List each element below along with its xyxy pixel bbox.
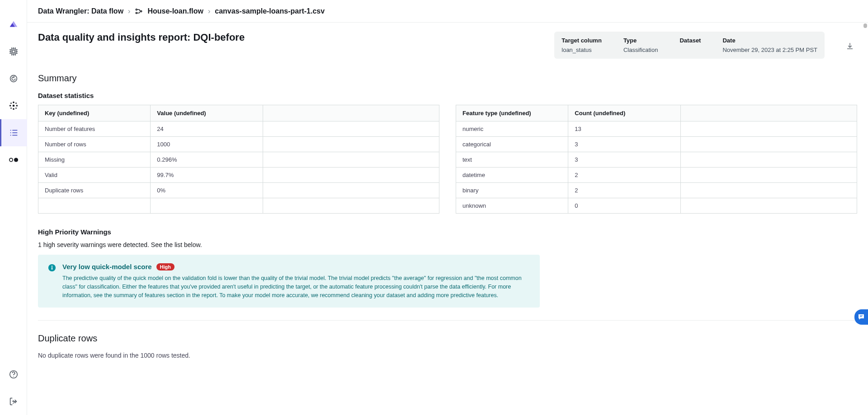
stats-col-key: Key (undefined) [38, 105, 151, 121]
nav-refresh-icon[interactable] [0, 65, 27, 92]
table-row: numeric13 [456, 121, 857, 137]
table-row [38, 198, 439, 214]
svg-point-19 [16, 105, 18, 107]
meta-type-value: Classification [623, 47, 658, 53]
info-icon [48, 264, 56, 272]
section-divider [38, 320, 857, 321]
flow-icon [135, 7, 143, 15]
svg-point-39 [52, 266, 53, 267]
svg-point-27 [10, 130, 11, 131]
meta-date-label: Date [722, 37, 817, 44]
table-row: Duplicate rows0% [38, 183, 439, 198]
svg-point-21 [15, 103, 17, 104]
duplicate-heading: Duplicate rows [38, 333, 857, 344]
svg-point-18 [9, 105, 11, 107]
nav-toggle-icon[interactable] [0, 146, 27, 173]
meta-type-label: Type [623, 37, 658, 44]
nav-expand-icon[interactable] [0, 399, 27, 405]
svg-point-17 [13, 108, 14, 110]
page-title: Data quality and insights report: DQI-be… [38, 32, 543, 43]
svg-point-37 [141, 10, 142, 12]
svg-point-20 [10, 103, 12, 104]
table-row: Number of rows1000 [38, 137, 439, 152]
svg-point-14 [10, 75, 17, 82]
breadcrumb-file[interactable]: canvas-sample-loans-part-1.csv [215, 7, 325, 15]
table-row: datetime2 [456, 168, 857, 183]
table-row: text3 [456, 152, 857, 168]
table-row: Valid99.7% [38, 168, 439, 183]
warnings-text: 1 high severity warnings were detected. … [38, 241, 857, 248]
alert-description: The predictive quality of the quick mode… [62, 274, 530, 299]
alert-title: Very low quick-model score [62, 263, 152, 270]
nav-logo[interactable] [0, 11, 27, 38]
table-row: binary2 [456, 183, 857, 198]
download-button[interactable] [843, 39, 857, 53]
chat-button[interactable] [854, 309, 868, 325]
warning-alert: Very low quick-model score High The pred… [38, 255, 540, 308]
nav-list-icon[interactable] [0, 119, 27, 146]
report-metadata: Target column loan_status Type Classific… [554, 32, 825, 59]
sidebar-nav [0, 0, 27, 415]
meta-target-label: Target column [561, 37, 602, 44]
svg-point-36 [136, 12, 137, 14]
breadcrumb-root[interactable]: Data Wrangler: Data flow [38, 7, 123, 15]
svg-rect-40 [52, 267, 52, 270]
svg-point-31 [14, 158, 18, 162]
svg-point-35 [136, 9, 137, 10]
svg-point-28 [10, 132, 11, 133]
breadcrumb-separator: › [208, 7, 210, 15]
meta-date-value: November 29, 2023 at 2:25 PM PST [722, 47, 817, 53]
warnings-heading: High Priority Warnings [38, 228, 857, 236]
nav-help-icon[interactable] [0, 361, 27, 388]
svg-point-30 [9, 158, 12, 161]
svg-rect-0 [11, 49, 16, 54]
table-row: Missing0.296% [38, 152, 439, 168]
nav-network-icon[interactable] [0, 92, 27, 119]
breadcrumb: Data Wrangler: Data flow › House-loan.fl… [27, 0, 868, 23]
svg-point-33 [13, 376, 14, 377]
severity-badge: High [156, 263, 175, 270]
breadcrumb-flow[interactable]: House-loan.flow [147, 7, 203, 15]
duplicate-text: No duplicate rows were found in the 1000… [38, 352, 857, 359]
svg-point-23 [15, 107, 17, 109]
svg-point-22 [10, 107, 12, 109]
feature-col-count: Count (undefined) [568, 105, 680, 121]
svg-point-15 [12, 105, 14, 107]
meta-target-value: loan_status [561, 47, 602, 53]
breadcrumb-separator: › [128, 7, 130, 15]
svg-point-29 [10, 135, 11, 135]
stats-col-value: Value (undefined) [151, 105, 263, 121]
nav-chip-icon[interactable] [0, 38, 27, 65]
stats-table: Key (undefined) Value (undefined) Number… [38, 105, 439, 214]
table-row: categorical3 [456, 137, 857, 152]
meta-dataset-label: Dataset [679, 37, 701, 44]
table-row: unknown0 [456, 198, 857, 214]
feature-col-type: Feature type (undefined) [456, 105, 568, 121]
feature-type-table: Feature type (undefined) Count (undefine… [456, 105, 857, 214]
svg-rect-1 [12, 50, 15, 53]
dataset-stats-heading: Dataset statistics [38, 92, 857, 99]
summary-heading: Summary [38, 73, 857, 84]
svg-point-16 [13, 102, 14, 103]
table-row: Number of features24 [38, 121, 439, 137]
